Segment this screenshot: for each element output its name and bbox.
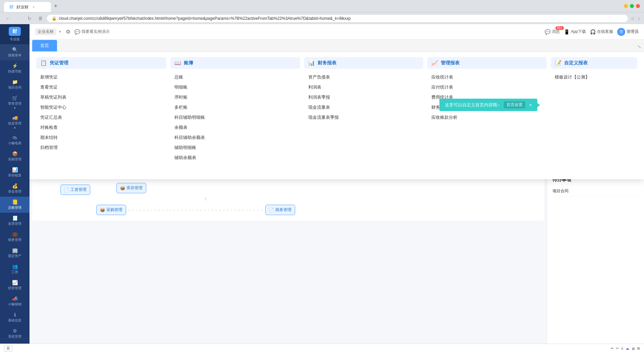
sidebar-item-basic[interactable]: ℹ 基础信息: [0, 309, 30, 325]
lang-cn[interactable]: 英: [4, 345, 12, 352]
menu-item-draft-voucher[interactable]: 草稿凭证列表: [36, 92, 166, 102]
menu-item-reconcile[interactable]: 对账检查: [36, 122, 166, 133]
status-icon-5[interactable]: 🖥: [631, 347, 635, 351]
status-icon-4[interactable]: ☁: [626, 346, 629, 351]
flow-box-tax-mgmt[interactable]: 📄 税务管理: [265, 205, 295, 215]
browser-chrome: 财 好业财 × +: [0, 0, 644, 12]
menu-item-period-end[interactable]: 期末结转: [36, 133, 166, 143]
sidebar-item-project[interactable]: 📁 项目合同: [0, 77, 30, 93]
tip-arrow: [537, 103, 540, 107]
new-tab-button[interactable]: +: [51, 1, 60, 11]
demo-link[interactable]: 💬 我要看实例演示: [74, 29, 110, 35]
active-tab[interactable]: 财 好业财 ×: [4, 2, 51, 12]
ops-label: 经营管理: [8, 286, 21, 291]
menu-item-cashflow[interactable]: 现金流量表: [304, 102, 423, 112]
status-icon-6[interactable]: ⊞: [637, 346, 640, 351]
sidebar-item-quicknav[interactable]: ⚡ 快捷导航: [0, 60, 30, 77]
lock-icon: 🔒: [52, 16, 57, 21]
menu-item-archive[interactable]: 归档管理: [36, 143, 166, 153]
sidebar-item-wholesale[interactable]: 🚚 批发管理 ▼: [0, 112, 30, 132]
menu-item-smart-voucher[interactable]: 智能凭证中心: [36, 102, 166, 112]
nav-delete[interactable]: 🗑: [36, 14, 44, 22]
online-service-button[interactable]: 🎧 在线客服: [590, 29, 613, 35]
tab-close-icon[interactable]: ×: [33, 5, 35, 9]
sidebar-item-ops[interactable]: 📈 经营管理: [0, 277, 30, 293]
sidebar-item-expense[interactable]: 📣 小畅报销: [0, 293, 30, 309]
menu-section-voucher: 📋 凭证管理 新增凭证 查看凭证 草稿凭证列表 智能凭证中心 凭证汇总表 对账检…: [36, 57, 166, 174]
sidebar-item-system[interactable]: ⚙ 系统管理: [0, 325, 30, 339]
username-label: 管理员: [627, 29, 639, 35]
menu-item-payable-stat[interactable]: 应付统计表: [427, 82, 546, 92]
menu-item-voucher-summary[interactable]: 凭证汇总表: [36, 112, 166, 122]
todo-item-1[interactable]: 项目合同: [552, 186, 639, 196]
salary-mgmt-box[interactable]: 📄 工资管理: [60, 185, 90, 195]
status-icon-3[interactable]: ∧: [621, 346, 624, 351]
wholesale-icon: 🚚: [12, 115, 18, 120]
retail-icon: 🛒: [12, 95, 18, 101]
nav-reload[interactable]: ↻: [25, 14, 34, 22]
maximize-button[interactable]: [630, 4, 634, 8]
tip-close-icon[interactable]: ×: [529, 102, 532, 108]
menu-item-detailed-ledger[interactable]: 明细账: [170, 82, 301, 92]
finance-report-header: 📊 财务报表: [304, 57, 423, 69]
tax-label: 税务管理: [8, 238, 21, 242]
msg-button[interactable]: 💬 消息 99+: [545, 29, 560, 35]
menu-item-profit[interactable]: 利润表: [304, 82, 423, 92]
menu-item-subject-ledger[interactable]: 科目辅助明细账: [170, 112, 301, 122]
inventory-box-icon: 📦: [120, 186, 125, 191]
tip-link[interactable]: 首页设置: [504, 101, 525, 108]
menu-item-seq-ledger[interactable]: 序时账: [170, 92, 301, 102]
menu-item-subject-balance[interactable]: 科目辅助余额表: [170, 133, 301, 143]
company-selector[interactable]: 企业名称 ▼: [35, 28, 62, 35]
tab-home[interactable]: 首页: [32, 40, 57, 51]
menu-item-cashflow-quarter[interactable]: 现金流量表季报: [304, 112, 423, 122]
sync-icon[interactable]: ↕: [638, 16, 640, 21]
sidebar-item-capital[interactable]: 💰 资金管理: [0, 181, 30, 197]
menu-item-balance[interactable]: 余额表: [170, 122, 301, 133]
nav-back[interactable]: ←: [4, 14, 12, 22]
menu-item-receivable-stat[interactable]: 应收统计表: [427, 72, 546, 82]
demo-text: 我要看实例演示: [82, 29, 110, 35]
user-menu[interactable]: 管 管理员: [617, 28, 639, 36]
url-bar[interactable]: 🔒 cloud.chanjet.com/cc/u6d89qwnryel/57bf…: [47, 15, 628, 22]
expand-icon[interactable]: ⤡: [637, 44, 641, 49]
sidebar-item-ecommerce[interactable]: 🛍 小畅电商: [0, 132, 30, 148]
sidebar-item-assets[interactable]: 🏢 固定资产: [0, 245, 30, 261]
menu-item-template-design[interactable]: 模板设计【公测】: [551, 72, 637, 82]
menu-item-view-voucher[interactable]: 查看凭证: [36, 82, 166, 92]
sidebar-item-salary[interactable]: 👥 工资: [0, 261, 30, 277]
ledger-items: 总账 明细账 序时账 多栏账 科目辅助明细账 余额表 科目辅助余额表 辅助明细账…: [170, 72, 301, 163]
ecommerce-label: 小畅电商: [8, 141, 21, 146]
sidebar-item-tax[interactable]: 💼 税务管理: [0, 229, 30, 245]
settings-gear[interactable]: ⚙: [66, 29, 70, 35]
menu-item-add-voucher[interactable]: 新增凭证: [36, 72, 166, 82]
sidebar-item-ledger[interactable]: 📒 总账管理: [0, 197, 30, 213]
status-icon-1[interactable]: ✏: [611, 346, 614, 351]
sidebar-item-purchase[interactable]: 📦 采购管理: [0, 148, 30, 164]
purchase-box-label: 采购管理: [106, 207, 122, 213]
sidebar-item-retail[interactable]: 🛒 零售管理 ▼: [0, 93, 30, 112]
status-icon-2[interactable]: ✂: [616, 346, 619, 351]
menu-item-multi-ledger[interactable]: 多栏账: [170, 102, 301, 112]
mgmt-report-header: 📈 管理报表: [427, 57, 546, 69]
menu-item-receivable-analysis[interactable]: 应收账款分析: [427, 112, 546, 122]
close-button[interactable]: [636, 4, 640, 8]
menu-item-aux-ledger[interactable]: 辅助明细账: [170, 143, 301, 153]
menu-item-profit-quarter[interactable]: 利润表季报: [304, 92, 423, 102]
sidebar-item-search[interactable]: 🔍 搜索菜单: [0, 44, 30, 60]
dropdown-menu: 📋 凭证管理 新增凭证 查看凭证 草稿凭证列表 智能凭证中心 凭证汇总表 对账检…: [30, 52, 644, 179]
basic-label: 基础信息: [8, 318, 21, 323]
menu-item-aux-balance[interactable]: 辅助余额表: [170, 153, 301, 163]
menu-item-balance-sheet[interactable]: 资产负债表: [304, 72, 423, 82]
flow-box-purchase[interactable]: 📦 采购管理: [96, 205, 126, 215]
sidebar-item-invoice[interactable]: 🧾 发票管理: [0, 213, 30, 229]
flow-box-inventory[interactable]: 📦 库存管理: [116, 183, 146, 193]
custom-report-title: 自定义报表: [564, 60, 588, 66]
app-download-button[interactable]: 📱 App下载: [564, 29, 586, 35]
nav-forward[interactable]: →: [15, 14, 23, 22]
bookmark-icon[interactable]: ☆: [631, 16, 635, 21]
sidebar-item-inventory[interactable]: 📊 库存核算: [0, 164, 30, 181]
minimize-button[interactable]: [624, 4, 628, 8]
flow-row-purchase: 📦 采购管理 - - - - - - - - - - - - - - - - -…: [96, 205, 295, 215]
menu-item-general-ledger[interactable]: 总账: [170, 72, 301, 82]
